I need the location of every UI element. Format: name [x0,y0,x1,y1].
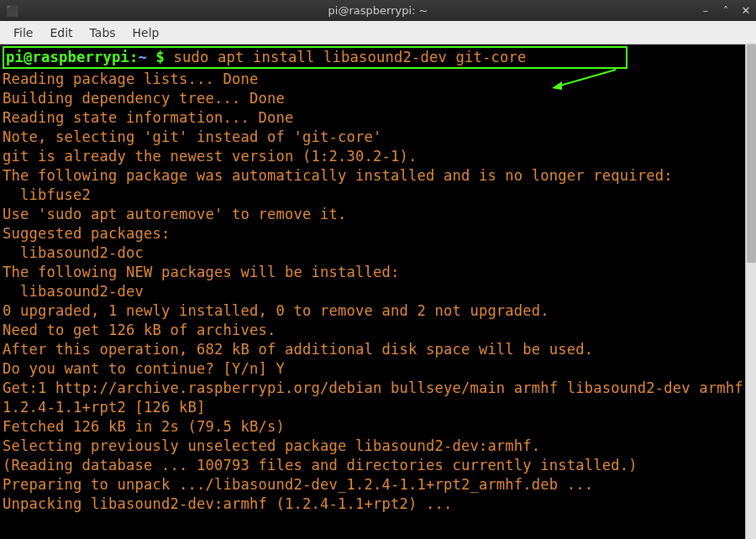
prompt-dollar: $ [147,49,174,65]
scrollbar-thumb[interactable] [747,44,756,263]
output-line: libfuse2 [3,186,91,203]
output-line: git is already the newest version (1:2.3… [3,148,417,165]
output-line: Use 'sudo apt autoremove' to remove it. [3,206,346,222]
svg-line-0 [557,70,616,86]
output-line: Unpacking libasound2-dev:armhf (1.2.4-1.… [3,495,452,512]
terminal[interactable]: pi@raspberrypi:~ $ sudo apt install liba… [0,44,756,539]
output-line: libasound2-doc [3,244,144,261]
titlebar: ⬛ pi@raspberrypi: ~ – ˄ ✕ [0,0,756,21]
prompt-userhost: pi@raspberrypi [6,49,129,65]
output-line: Building dependency tree... Done [3,90,285,107]
output-line: Get:1 http://archive.raspberrypi.org/deb… [3,379,752,416]
output-line: (Reading database ... 100793 files and d… [3,457,638,474]
close-button[interactable]: ✕ [739,4,753,18]
maximize-button[interactable]: ˄ [719,4,732,18]
output-line: Preparing to unpack .../libasound2-dev_1… [3,476,593,493]
output-line: Reading state information... Done [3,109,293,126]
output-line: Do you want to continue? [Y/n] Y [3,360,285,377]
output-line: Fetched 126 kB in 2s (79.5 kB/s) [3,418,285,435]
output-line: 0 upgraded, 1 newly installed, 0 to remo… [3,302,549,319]
app-icon: ⬛ [5,4,18,18]
minimize-button[interactable]: – [699,4,712,18]
annotation-arrow-icon [550,68,617,93]
output-line: The following NEW packages will be insta… [3,264,399,280]
output-line: After this operation, 682 kB of addition… [3,341,593,358]
menu-file[interactable]: File [5,23,41,43]
output-line: libasound2-dev [3,283,144,300]
menu-edit[interactable]: Edit [41,23,81,43]
prompt-highlight-box: pi@raspberrypi:~ $ sudo apt install liba… [3,46,627,69]
window-title: pi@raspberrypi: ~ [328,4,428,17]
window-controls: – ˄ ✕ [699,4,753,18]
output-line: The following package was automatically … [3,167,673,184]
output-line: Need to get 126 kB of archives. [3,322,276,338]
prompt-sep: : [129,49,139,65]
output-line: Selecting previously unselected package … [3,437,540,454]
scrollbar[interactable] [745,44,756,539]
menu-help[interactable]: Help [124,23,168,43]
output-line: Suggested packages: [3,225,170,242]
svg-marker-1 [552,81,562,90]
command-text: sudo apt install libasound2-dev git-core [173,49,526,65]
prompt-path: ~ [138,49,147,65]
menubar: File Edit Tabs Help [0,21,756,44]
menu-tabs[interactable]: Tabs [81,23,124,43]
output-line: Reading package lists... Done [3,71,258,87]
output-line: Note, selecting 'git' instead of 'git-co… [3,128,381,145]
